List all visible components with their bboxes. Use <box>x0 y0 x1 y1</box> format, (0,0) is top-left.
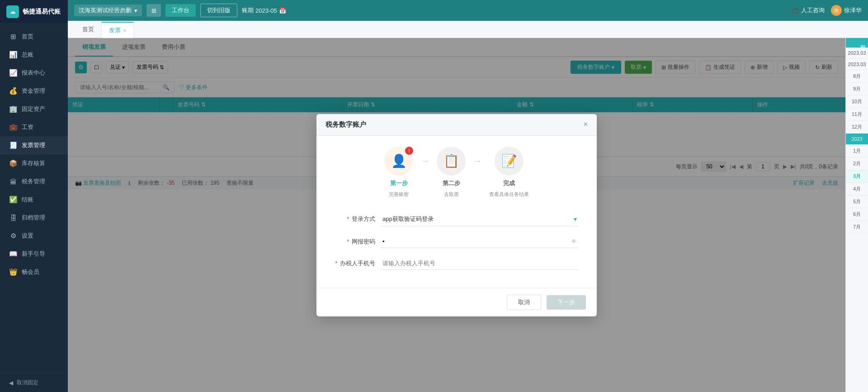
sidebar-bottom[interactable]: ◀ 取消固定 <box>0 373 68 392</box>
phone-input[interactable] <box>382 260 577 267</box>
content-area: 销项发票进项发票费用小票 ⚙ ☐ 兑证 ▾ 发票号码 ⇅ <box>68 38 845 392</box>
sidebar-item-label: 总账 <box>22 51 33 59</box>
sidebar-icon: ✅ <box>9 196 17 204</box>
login-method-selector[interactable]: app获取验证码登录 ▾ <box>381 212 579 226</box>
modal-footer: 取消 下一步 <box>316 288 597 316</box>
sidebar-item-总账[interactable]: 📊总账 <box>0 46 68 64</box>
modal-title: 税务数字账户 <box>326 120 366 129</box>
password-input[interactable] <box>382 238 569 245</box>
step-3-icon: 📝 <box>495 147 524 176</box>
support-btn[interactable]: 🎧 人工咨询 <box>792 6 825 14</box>
topbar: 沈海英测试经营勿删 ▾ ⊞ 工作台 切到旧版 账期 2023-05 📅 🎧 人工… <box>68 0 868 21</box>
period-item-2月[interactable]: 2月 <box>846 158 868 170</box>
sidebar-item-label: 首页 <box>22 33 33 41</box>
period-item-4月[interactable]: 4月 <box>846 183 868 196</box>
period-label: 账期 <box>242 6 254 14</box>
period-item-5月[interactable]: 5月 <box>846 196 868 208</box>
sidebar-item-资金管理[interactable]: 💰资金管理 <box>0 82 68 100</box>
sidebar-icon: 📦 <box>9 159 17 167</box>
tab-close-icon[interactable]: × <box>123 28 126 33</box>
sidebar-item-label: 资金管理 <box>22 87 45 95</box>
sidebar-item-首页[interactable]: ⊞首页 <box>0 28 68 46</box>
sidebar-item-label: 报表中心 <box>22 69 45 77</box>
tab-发票[interactable]: 发票× <box>101 22 134 38</box>
sidebar-icon: 🧾 <box>9 141 17 149</box>
sidebar-icon: 📈 <box>9 69 17 77</box>
tab-首页[interactable]: 首页 <box>75 22 101 37</box>
step-2-desc: 去取票 <box>444 191 459 198</box>
sidebar-icon: 📊 <box>9 51 17 59</box>
cancel-button[interactable]: 取消 <box>507 295 541 310</box>
content-wrapper: 销项发票进项发票费用小票 ⚙ ☐ 兑证 ▾ 发票号码 ⇅ <box>68 38 868 392</box>
sidebar-item-新手引导[interactable]: 📖新手引导 <box>0 245 68 263</box>
period-item-2023.03[interactable]: 2023.03 <box>846 48 868 59</box>
avatar: 徐 <box>831 5 842 16</box>
period-item-2023[interactable]: 2023 <box>846 134 868 145</box>
sidebar-icon: ⚙ <box>9 232 17 240</box>
period-value: 2023-05 <box>255 7 277 14</box>
company-selector[interactable]: 沈海英测试经营勿删 ▾ <box>74 5 142 16</box>
sidebar-item-label: 库存核算 <box>22 159 45 167</box>
user-profile[interactable]: 徐 徐泽华 <box>831 5 862 16</box>
period-item-2023.03[interactable]: 2023.03 <box>846 59 868 70</box>
step-2-label: 第二步 <box>443 179 460 187</box>
phone-field-wrapper <box>381 257 579 270</box>
logo-icon: ☁ <box>6 5 19 18</box>
sidebar-icon: 💼 <box>9 123 17 131</box>
workbench-button[interactable]: 工作台 <box>165 4 196 17</box>
unpin-label: 取消固定 <box>17 379 38 387</box>
sidebar-icon: 💰 <box>9 87 17 95</box>
sidebar-item-归档管理[interactable]: 🗄归档管理 <box>0 209 68 227</box>
modal-body: 👤 ! 第一步 完善账密 → � <box>316 136 597 288</box>
switch-old-button[interactable]: 切到旧版 <box>200 4 237 17</box>
period-item-8月[interactable]: 8月 <box>846 70 868 83</box>
sidebar-item-label: 结账 <box>22 196 33 204</box>
step-1-badge: ! <box>405 147 413 155</box>
step-arrow-2: → <box>466 156 489 166</box>
sidebar-item-税务管理[interactable]: 🏛税务管理 <box>0 172 68 191</box>
sidebar-item-设置[interactable]: ⚙设置 <box>0 227 68 245</box>
period-item-3月[interactable]: 3月 <box>846 170 868 183</box>
period-header[interactable]: 期 间 选 择 <box>846 38 868 48</box>
sidebar-item-label: 畅会员 <box>22 268 39 276</box>
sidebar-item-发票管理[interactable]: 🧾发票管理 <box>0 136 68 154</box>
login-method-row: * 登录方式 app获取验证码登录 ▾ <box>335 212 579 226</box>
steps-container: 👤 ! 第一步 完善账密 → � <box>335 147 579 198</box>
period-item-9月[interactable]: 9月 <box>846 83 868 96</box>
phone-label: * 办税人手机号 <box>335 259 375 268</box>
login-method-dropdown-icon: ▾ <box>574 215 577 223</box>
sidebar-item-固定资产[interactable]: 🏢固定资产 <box>0 100 68 118</box>
calendar-icon[interactable]: 📅 <box>279 7 286 14</box>
sidebar-item-库存核算[interactable]: 📦库存核算 <box>0 154 68 172</box>
company-icon-btn[interactable]: ⊞ <box>146 4 161 17</box>
login-method-label: * 登录方式 <box>335 215 375 223</box>
period-item-11月[interactable]: 11月 <box>846 108 868 121</box>
modal-close-btn[interactable]: × <box>584 120 588 129</box>
eye-icon[interactable]: 👁 <box>571 238 577 245</box>
period-item-7月[interactable]: 7月 <box>846 221 868 234</box>
main-area: 沈海英测试经营勿删 ▾ ⊞ 工作台 切到旧版 账期 2023-05 📅 🎧 人工… <box>68 0 868 392</box>
step-1-desc: 完善账密 <box>389 191 409 198</box>
period-item-10月[interactable]: 10月 <box>846 96 868 108</box>
sidebar-item-label: 发票管理 <box>22 141 45 149</box>
sidebar-nav: ⊞首页📊总账📈报表中心💰资金管理🏢固定资产💼工资🧾发票管理📦库存核算🏛税务管理✅… <box>0 24 68 373</box>
sidebar-item-label: 归档管理 <box>22 214 45 222</box>
step-1: 👤 ! 第一步 完善账密 <box>384 147 413 198</box>
sidebar-item-报表中心[interactable]: 📈报表中心 <box>0 64 68 82</box>
sidebar-item-结账[interactable]: ✅结账 <box>0 191 68 209</box>
period-items: 2023.032023.038月9月10月11月12月20231月2月3月4月5… <box>846 48 868 234</box>
period-item-6月[interactable]: 6月 <box>846 208 868 221</box>
period-item-1月[interactable]: 1月 <box>846 145 868 158</box>
tab-label: 首页 <box>82 25 94 33</box>
pin-icon: ◀ <box>9 380 13 386</box>
next-button[interactable]: 下一步 <box>547 295 586 310</box>
support-label: 人工咨询 <box>801 6 825 14</box>
sidebar-item-畅会员[interactable]: 👑畅会员 <box>0 263 68 281</box>
tabbar: 首页发票× <box>68 21 868 38</box>
password-label: * 网报密码 <box>335 238 375 246</box>
tax-digital-modal: 税务数字账户 × 👤 ! <box>316 114 597 316</box>
sidebar-icon: 📖 <box>9 250 17 258</box>
period-item-12月[interactable]: 12月 <box>846 121 868 134</box>
tab-label: 发票 <box>109 26 121 34</box>
sidebar-item-工资[interactable]: 💼工资 <box>0 118 68 136</box>
